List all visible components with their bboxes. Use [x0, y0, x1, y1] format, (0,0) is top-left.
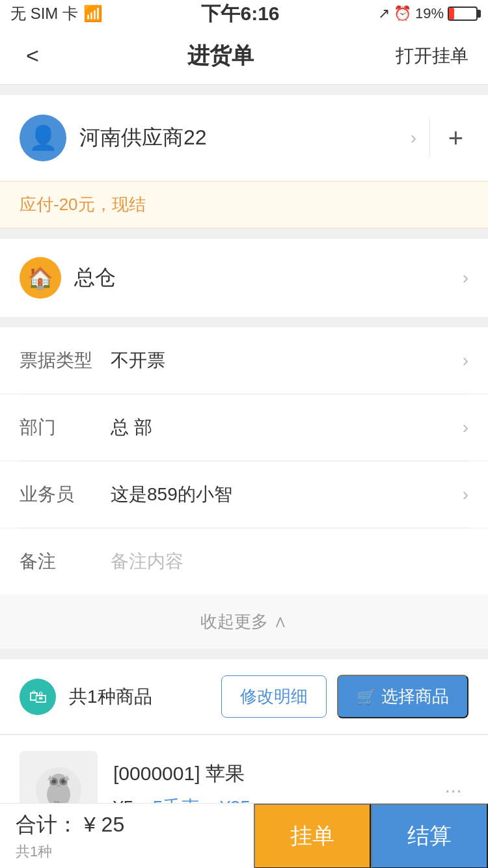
- status-right: ↗ ⏰ 19%: [378, 5, 478, 22]
- invoice-type-row[interactable]: 票据类型 不开票 ›: [0, 327, 488, 394]
- products-header: 🛍 共1种商品 修改明细 🛒 选择商品: [0, 659, 488, 734]
- divider-3: [0, 317, 488, 327]
- total-section: 合计： ¥ 25 共1种: [0, 804, 254, 868]
- dept-value: 总 部: [111, 415, 456, 440]
- select-product-button[interactable]: 🛒 选择商品: [337, 675, 468, 718]
- total-count: 共1种: [16, 842, 238, 861]
- invoice-type-value: 不开票: [111, 348, 456, 373]
- page-title: 进货单: [187, 41, 254, 71]
- status-bar: 无 SIM 卡 📶 下午6:16 ↗ ⏰ 19%: [0, 0, 488, 27]
- products-icon: 🛍: [20, 679, 56, 715]
- products-count: 共1种商品: [69, 685, 221, 709]
- add-supplier-button[interactable]: +: [429, 118, 468, 157]
- battery-icon: [448, 7, 478, 21]
- supplier-name: 河南供应商22: [79, 124, 404, 152]
- back-button[interactable]: <: [20, 36, 46, 75]
- warehouse-row[interactable]: 🏠 总仓 ›: [0, 239, 488, 317]
- staff-label: 业务员: [20, 482, 111, 507]
- bottom-bar: 合计： ¥ 25 共1种 挂单 结算: [0, 803, 488, 868]
- remark-row[interactable]: 备注 备注内容: [0, 528, 488, 595]
- staff-value: 这是859的小智: [111, 482, 456, 507]
- remark-label: 备注: [20, 549, 111, 574]
- supplier-info-banner: 应付-20元，现结: [0, 181, 488, 228]
- products-icon-symbol: 🛍: [29, 686, 47, 707]
- remark-placeholder: 备注内容: [111, 549, 468, 574]
- checkout-button[interactable]: 结算: [371, 804, 488, 868]
- supplier-chevron-icon: ›: [411, 128, 416, 148]
- edit-detail-button[interactable]: 修改明细: [221, 675, 327, 718]
- invoice-type-label: 票据类型: [20, 348, 111, 373]
- product-name: [0000001] 苹果: [113, 761, 438, 787]
- wifi-icon: 📶: [83, 5, 103, 23]
- top-divider: [0, 85, 488, 95]
- warehouse-icon-symbol: 🏠: [27, 265, 53, 290]
- warehouse-icon: 🏠: [20, 257, 61, 299]
- staff-row[interactable]: 业务员 这是859的小智 ›: [0, 461, 488, 528]
- supplier-row: 👤 河南供应商22 › +: [0, 95, 488, 181]
- select-product-label: 选择商品: [381, 685, 449, 708]
- invoice-chevron-icon: ›: [463, 350, 468, 371]
- warehouse-chevron-icon: ›: [463, 267, 468, 288]
- battery-percent: 19%: [415, 5, 444, 22]
- staff-chevron-icon: ›: [463, 484, 468, 505]
- dept-chevron-icon: ›: [463, 417, 468, 438]
- location-icon: ↗: [378, 5, 390, 22]
- product-title: 苹果: [206, 763, 245, 784]
- carrier-label: 无 SIM 卡: [10, 3, 78, 24]
- supplier-avatar: 👤: [20, 115, 66, 161]
- divider-products: [0, 734, 488, 735]
- nav-bar: < 进货单 打开挂单: [0, 27, 488, 85]
- warehouse-name: 总仓: [74, 264, 456, 292]
- dept-row[interactable]: 部门 总 部 ›: [0, 394, 488, 461]
- product-id: [0000001]: [113, 763, 200, 784]
- supplier-avatar-icon: 👤: [29, 124, 58, 152]
- divider-2: [0, 228, 488, 239]
- total-label: 合计：: [16, 813, 78, 836]
- total-amount: 合计： ¥ 25: [16, 811, 238, 839]
- cart-icon: 🛒: [357, 688, 376, 706]
- alarm-icon: ⏰: [394, 5, 411, 22]
- collapse-button[interactable]: 收起更多 ∧: [0, 595, 488, 649]
- hang-button[interactable]: 挂单: [254, 804, 371, 868]
- divider-4: [0, 649, 488, 659]
- status-left: 无 SIM 卡 📶: [10, 3, 103, 24]
- open-hang-button[interactable]: 打开挂单: [396, 44, 468, 68]
- dept-label: 部门: [20, 415, 111, 440]
- total-value: ¥ 25: [84, 813, 124, 836]
- status-time: 下午6:16: [201, 1, 279, 27]
